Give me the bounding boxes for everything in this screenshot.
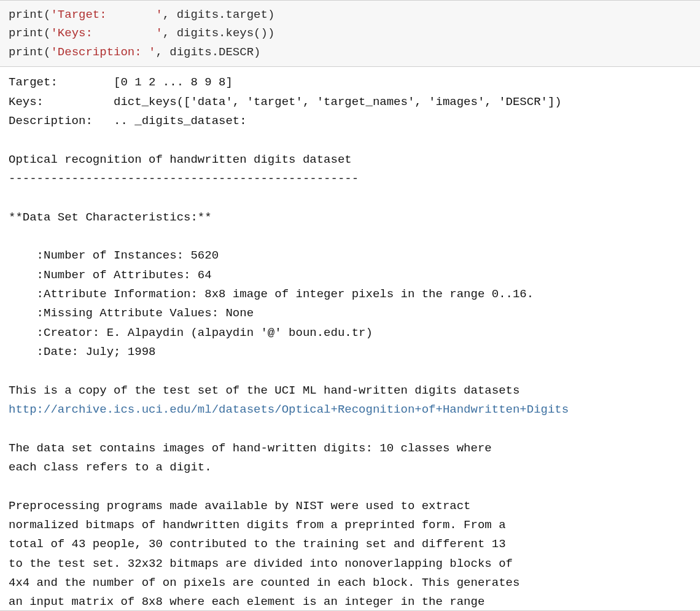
code-token: print(	[9, 26, 50, 40]
code-token: , digits.target)	[163, 8, 274, 21]
output-dataset-link[interactable]: http://archive.ics.uci.edu/ml/datasets/O…	[9, 403, 569, 416]
notebook-cell: print('Target: ', digits.target) print('…	[0, 0, 700, 611]
output-char-date: :Date: July; 1998	[9, 345, 155, 359]
output-char-attributes: :Number of Attributes: 64	[9, 268, 212, 282]
code-token: , digits.keys())	[163, 26, 274, 40]
output-title: Optical recognition of handwritten digit…	[9, 153, 352, 166]
output-target-line: Target: [0 1 2 ... 8 9 8]	[9, 76, 233, 89]
output-characteristics-header: **Data Set Characteristics:**	[9, 211, 212, 224]
code-line-1: print('Target: ', digits.target)	[9, 8, 274, 21]
code-line-3: print('Description: ', digits.DESCR)	[9, 45, 260, 59]
output-keys-line: Keys: dict_keys(['data', 'target', 'targ…	[9, 95, 562, 109]
output-char-creator: :Creator: E. Alpaydin (alpaydin '@' boun…	[9, 326, 373, 340]
output-area: Target: [0 1 2 ... 8 9 8] Keys: dict_key…	[0, 67, 700, 610]
output-para-preproc: Preprocessing programs made available by…	[9, 499, 519, 610]
output-char-instances: :Number of Instances: 5620	[9, 249, 219, 262]
output-para-copy: This is a copy of the test set of the UC…	[9, 384, 519, 397]
code-token: print(	[9, 8, 50, 21]
code-input-area[interactable]: print('Target: ', digits.target) print('…	[0, 1, 700, 67]
output-para-classes: The data set contains images of hand-wri…	[9, 442, 492, 474]
code-string: 'Description: '	[50, 45, 155, 59]
code-line-2: print('Keys: ', digits.keys())	[9, 26, 274, 40]
code-token: print(	[9, 45, 50, 59]
code-token: , digits.DESCR)	[155, 45, 260, 59]
output-char-info: :Attribute Information: 8x8 image of int…	[9, 287, 534, 301]
output-char-missing: :Missing Attribute Values: None	[9, 306, 254, 320]
code-string: 'Target: '	[50, 8, 162, 21]
output-underline: ----------------------------------------…	[9, 172, 359, 185]
code-string: 'Keys: '	[50, 26, 162, 40]
output-description-header: Description: .. _digits_dataset:	[9, 114, 247, 128]
